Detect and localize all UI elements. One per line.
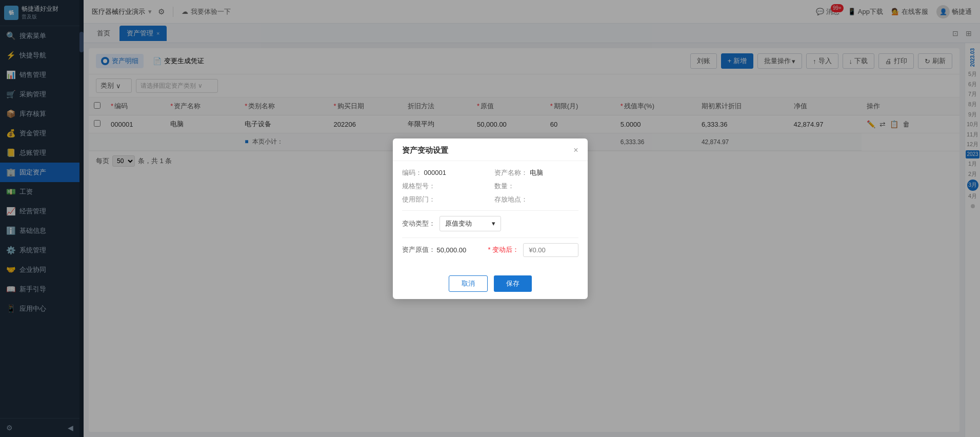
- modal-title: 资产变动设置: [402, 146, 448, 155]
- modal-asset-original-value: 50,000.00: [437, 246, 478, 254]
- modal-body: 编码： 000001 资产名称： 电脑 规格型号： 数量： 使用部门：: [393, 161, 588, 270]
- modal-dept-label: 使用部门：: [402, 195, 435, 204]
- modal-info-grid: 编码： 000001 资产名称： 电脑 规格型号： 数量： 使用部门：: [402, 168, 578, 204]
- save-button[interactable]: 保存: [494, 275, 532, 292]
- modal-location-label: 存放地点：: [494, 195, 528, 204]
- modal-location-field: 存放地点：: [494, 195, 578, 204]
- modal-overlay[interactable]: 资产变动设置 × 编码： 000001 资产名称： 电脑 规格型号： 数量：: [0, 0, 980, 437]
- modal-spec-field: 规格型号：: [402, 182, 486, 191]
- modal-asset-original-label: 资产原值：: [402, 245, 433, 254]
- modal-dept-field: 使用部门：: [402, 195, 486, 204]
- modal-code-value: 000001: [424, 169, 446, 176]
- modal-change-type-arrow: ▾: [492, 220, 495, 227]
- modal-quantity-field: 数量：: [494, 182, 578, 191]
- modal-change-type-row: 变动类型： 原值变动 ▾: [402, 216, 578, 231]
- modal-asset-original-row: 资产原值： 50,000.00 * 变动后：: [402, 243, 578, 257]
- modal-change-type-value: 原值变动: [445, 219, 472, 228]
- cancel-button[interactable]: 取消: [449, 275, 488, 292]
- modal-after-change-input[interactable]: [523, 243, 578, 257]
- modal-change-type-select[interactable]: 原值变动 ▾: [439, 216, 501, 231]
- modal-spec-label: 规格型号：: [402, 182, 435, 191]
- modal-divider1: [402, 210, 578, 211]
- modal-asset-name-field: 资产名称： 电脑: [494, 168, 578, 177]
- modal-asset-name-label: 资产名称：: [494, 168, 528, 177]
- modal-change-type-label: 变动类型：: [402, 219, 435, 228]
- modal-close-button[interactable]: ×: [573, 146, 578, 155]
- asset-change-modal: 资产变动设置 × 编码： 000001 资产名称： 电脑 规格型号： 数量：: [393, 138, 588, 299]
- modal-divider2: [402, 237, 578, 238]
- modal-footer: 取消 保存: [393, 270, 588, 299]
- modal-quantity-label: 数量：: [494, 182, 514, 191]
- modal-asset-name-value: 电脑: [530, 168, 543, 177]
- modal-code-label: 编码：: [402, 168, 422, 177]
- modal-code-field: 编码： 000001: [402, 168, 486, 177]
- modal-header: 资产变动设置 ×: [393, 138, 588, 161]
- modal-after-change-label: * 变动后：: [488, 245, 519, 254]
